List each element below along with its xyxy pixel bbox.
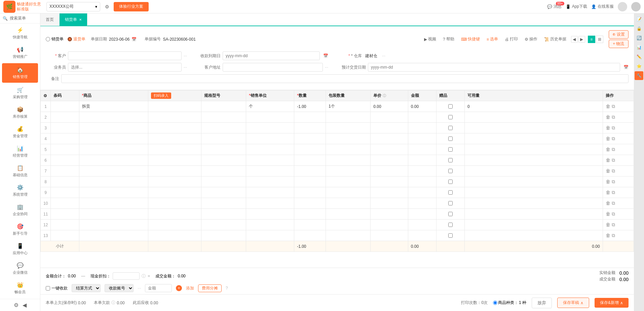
sidebar-settings-icon[interactable]: ⚙ — [14, 302, 18, 308]
list-view-btn[interactable]: ≡ — [588, 36, 595, 43]
sidebar-item-app-center[interactable]: 📱 应用中心 — [0, 239, 40, 259]
sidebar-item-system[interactable]: ⚙️ 系统管理 — [0, 181, 40, 200]
delivery-date-input[interactable] — [368, 63, 620, 72]
receipt-date-input[interactable] — [223, 51, 320, 60]
sidebar-item-base-info[interactable]: 📋 基础信息 — [0, 161, 40, 181]
delete-icon[interactable]: 🗑 — [606, 190, 610, 195]
delete-icon[interactable]: 🗑 — [606, 233, 610, 238]
account-dots-icon[interactable]: ··· — [138, 286, 141, 290]
copy-icon[interactable]: ⧉ — [612, 157, 615, 163]
settings-icon[interactable]: ⚙ — [103, 3, 111, 11]
delete-icon[interactable]: 🗑 — [606, 104, 610, 109]
copy-icon[interactable]: ⧉ — [612, 179, 615, 185]
sidebar-item-operation[interactable]: 📊 经营管理 — [0, 142, 40, 161]
receipt-calendar-icon[interactable]: 📅 — [323, 53, 328, 58]
right-panel-chart-icon[interactable]: 📊 — [635, 43, 643, 52]
cell-gift[interactable] — [436, 101, 464, 112]
select-order-btn[interactable]: ≡ 选单 — [485, 36, 500, 43]
delete-icon[interactable]: 🗑 — [606, 179, 610, 185]
copy-icon[interactable]: ⧉ — [612, 200, 615, 206]
delete-icon[interactable]: 🗑 — [606, 168, 610, 174]
sidebar-item-guide[interactable]: 🎯 新手引导 — [0, 220, 40, 239]
sidebar-item-inventory[interactable]: 📦 库存核算 — [0, 103, 40, 122]
customer-address-input[interactable] — [223, 63, 323, 72]
print-btn[interactable]: 🖨 打印 — [503, 36, 520, 43]
delivery-calendar-icon[interactable]: 📅 — [623, 65, 629, 70]
sidebar-item-wechat[interactable]: 💬 企业微信 — [0, 259, 40, 278]
company-selector[interactable]: XXXXXX公司 ▾ — [46, 2, 100, 11]
address-more-icon[interactable]: ··· — [325, 65, 328, 70]
copy-icon[interactable]: ⧉ — [612, 233, 615, 238]
cell-pkg-qty[interactable]: 1个 — [326, 101, 370, 112]
add-button[interactable]: + — [176, 285, 182, 291]
sidebar-item-member[interactable]: 👑 畅会员 — [0, 278, 40, 298]
sidebar-item-finance[interactable]: 💰 资金管理 — [0, 122, 40, 142]
copy-icon[interactable]: ⧉ — [612, 104, 615, 109]
save-draft-button[interactable]: 保存草稿 ∧ — [557, 298, 589, 308]
customer-input[interactable] — [68, 51, 182, 60]
delete-icon[interactable]: 🗑 — [606, 125, 610, 131]
col-settings[interactable]: ⚙ — [41, 90, 51, 101]
copy-icon[interactable]: ⧉ — [612, 190, 615, 195]
avatar[interactable] — [618, 2, 627, 11]
remark-input[interactable] — [61, 74, 629, 83]
right-panel-settings-icon[interactable]: 🔧 — [635, 71, 643, 80]
delete-icon[interactable]: 🗑 — [606, 157, 610, 163]
abandon-button[interactable]: 放弃 — [532, 298, 552, 308]
right-panel-star-icon[interactable]: ⭐ — [635, 62, 643, 71]
online-service-button[interactable]: 👤 在线客服 — [591, 4, 614, 9]
tab-close-icon[interactable]: ✕ — [79, 18, 82, 22]
shortcut-btn[interactable]: ⌨ 快捷键 — [459, 36, 482, 43]
cell-product[interactable]: 拆贡 — [79, 101, 148, 112]
right-panel-refresh-icon[interactable]: 🔄 — [635, 34, 643, 42]
video-btn[interactable]: ▶ 视频 — [422, 36, 438, 43]
delete-icon[interactable]: 🗑 — [606, 136, 610, 142]
cell-spec2[interactable] — [201, 101, 246, 112]
expense-split-button[interactable]: 费用分摊 — [198, 284, 222, 292]
cell-unit-price[interactable]: 0.00 — [371, 101, 408, 112]
discount-input[interactable] — [113, 272, 140, 280]
sidebar-search[interactable]: 🔍 搜索菜单 — [0, 13, 40, 24]
col-scan-btn[interactable]: 扫码录入 — [148, 90, 201, 101]
radio-return-order[interactable]: 退货单 — [68, 36, 85, 42]
sidebar-item-marketing[interactable]: 📢 营销推广 — [0, 43, 40, 63]
trial-button[interactable]: 体验行业方案 — [114, 2, 149, 11]
copy-icon[interactable]: ⧉ — [612, 168, 615, 174]
operation-btn[interactable]: ⚙ 操作 — [523, 36, 539, 43]
delete-icon[interactable]: 🗑 — [606, 114, 610, 120]
save-new-button[interactable]: 保存&新增 ∧ — [595, 298, 629, 308]
prev-arrow[interactable]: ◀ — [571, 36, 578, 43]
delete-icon[interactable]: 🗑 — [606, 147, 610, 152]
cell-unit[interactable]: 个 — [246, 101, 294, 112]
radio-sales-order[interactable]: 销货单 — [46, 36, 64, 42]
copy-icon[interactable]: ⧉ — [612, 136, 615, 142]
settlement-method-select[interactable]: 结算方式 — [72, 284, 101, 292]
cell-amount[interactable]: 0.00 — [408, 101, 436, 112]
warehouse-more-icon[interactable]: ··· — [382, 53, 385, 58]
cell-qty[interactable]: -1.00 — [294, 101, 326, 112]
app-download-button[interactable]: 📱 App下载 — [566, 4, 587, 9]
right-panel-note-icon[interactable]: 📝 — [635, 15, 643, 24]
salesperson-more-icon[interactable]: ··· — [184, 65, 187, 70]
right-panel-edit-icon[interactable]: ✏️ — [635, 52, 643, 61]
sidebar-item-quick-nav[interactable]: ⚡ 快捷导航 — [0, 24, 40, 43]
grid-view-btn[interactable]: ⊞ — [596, 36, 603, 43]
history-btn[interactable]: 📜 历史单据 — [542, 36, 568, 43]
copy-icon[interactable]: ⧉ — [612, 114, 615, 120]
sidebar-item-enterprise[interactable]: 🏢 企业协同 — [0, 200, 40, 220]
copy-icon[interactable]: ⧉ — [612, 222, 615, 228]
cell-spec[interactable] — [148, 101, 201, 112]
cell-barcode[interactable] — [51, 101, 79, 112]
message-button[interactable]: 💬 消息 99+ — [547, 4, 562, 9]
sidebar-item-purchase[interactable]: 🛒 采购管理 — [0, 83, 40, 103]
customer-more-icon[interactable]: ··· — [184, 53, 187, 58]
copy-icon[interactable]: ⧉ — [612, 211, 615, 217]
account-select[interactable]: 收款账号 — [105, 284, 134, 292]
copy-icon[interactable]: ⧉ — [612, 147, 615, 152]
sidebar-item-sales[interactable]: 🏠 销售管理 — [2, 63, 38, 83]
copy-icon[interactable]: ⧉ — [612, 125, 615, 131]
delete-icon[interactable]: 🗑 — [606, 200, 610, 206]
one-click-payment-checkbox[interactable]: 一键收款 — [46, 285, 68, 291]
right-panel-lock-icon[interactable]: 🔒 — [635, 24, 643, 33]
doc-settings-button[interactable]: ⊕ 设置 — [609, 30, 629, 39]
